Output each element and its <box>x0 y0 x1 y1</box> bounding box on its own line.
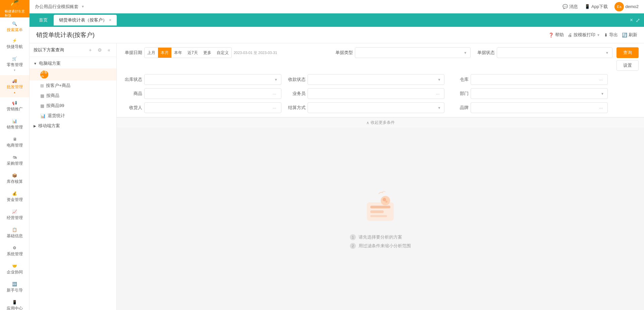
search-icon: 🔍 <box>12 21 17 26</box>
order-status-arrow: ▼ <box>605 51 609 55</box>
export-btn[interactable]: ⬇ 导出 <box>604 32 618 38</box>
sidebar-item-retail[interactable]: 🛒 零售管理 ▼ <box>0 53 29 75</box>
empty-tips: 1 请先选择要分析的方案 2 用过滤条件来缩小分析范围 <box>350 234 411 249</box>
sidebar-item-purchase[interactable]: 🛍 采购管理 <box>0 152 29 170</box>
settings-scheme-btn[interactable]: ⚙ <box>96 47 103 53</box>
main-area: 办公用品行业模拟账套 ▼ 💬 消息 📱 App下载 Ea demo2 首页 <box>30 0 644 310</box>
sidebar-item-system[interactable]: ⚙ 系统管理 <box>0 242 29 260</box>
active-dot: 按客户 <box>40 70 48 79</box>
tree-item-by-customer[interactable]: 按客户 <box>30 68 116 81</box>
message-btn[interactable]: 💬 消息 <box>562 4 578 10</box>
order-type-select[interactable]: ▼ <box>355 47 471 58</box>
print-btn[interactable]: 🖨 按模板打印 ▼ <box>568 32 600 38</box>
svg-rect-1 <box>370 206 390 208</box>
refresh-btn[interactable]: 🔄 刷新 <box>622 32 637 38</box>
tree-group-mobile-header[interactable]: ▶ 移动端方案 <box>30 121 116 131</box>
sidebar-item-operations[interactable]: 📈 经营管理 <box>0 206 29 224</box>
department-label: 部门 <box>448 91 469 97</box>
date-tab-this-year[interactable]: 本年 <box>171 47 185 58</box>
export-icon: ⬇ <box>604 33 608 38</box>
department-select[interactable]: ▼ <box>471 88 608 99</box>
tree-item-by-goods-99[interactable]: ▦ 按商品99 <box>30 101 116 111</box>
sidebar-item-label: 系统管理 <box>7 251 23 257</box>
sidebar-item-wholesale[interactable]: 🚚 批发管理 ▲ <box>0 75 29 97</box>
sidebar-item-inventory[interactable]: 📦 库存核算 <box>0 170 29 188</box>
tree-group-desktop-header[interactable]: ▼ 电脑端方案 <box>30 58 116 68</box>
retail-icon: 🛒 <box>12 56 17 61</box>
sidebar-item-sales[interactable]: 📊 销售管理 <box>0 115 29 134</box>
tab-active[interactable]: 销货单统计表（按客户） × <box>54 15 117 25</box>
receiver-select[interactable]: ··· <box>144 102 281 113</box>
window-close-btn[interactable]: × <box>630 17 633 23</box>
settlement-select[interactable]: ▼ <box>308 102 445 113</box>
collapse-label: 收起更多条件 <box>371 120 395 125</box>
expand-icon: ▲ <box>13 91 16 94</box>
topbar-right: 💬 消息 📱 App下载 Ea demo2 <box>562 2 639 11</box>
date-tab-7days[interactable]: 近7天 <box>185 47 201 58</box>
tabs-bar: 首页 销货单统计表（按客户） × × ⤢ <box>30 13 644 27</box>
user-menu[interactable]: Ea demo2 <box>614 2 639 11</box>
goods-select[interactable]: ··· <box>144 88 281 99</box>
app-download-btn[interactable]: 📱 App下载 <box>585 4 608 10</box>
window-maximize-btn[interactable]: ⤢ <box>636 17 640 23</box>
tree-group-desktop: ▼ 电脑端方案 按客户 ⊞ 按客户+商品 <box>30 58 116 121</box>
date-tab-custom[interactable]: 自定义 <box>214 47 231 58</box>
tree-item-by-goods[interactable]: ▦ 按商品 <box>30 91 116 101</box>
goods-dots[interactable]: ··· <box>271 91 278 96</box>
add-scheme-btn[interactable]: + <box>87 47 94 53</box>
brand-select[interactable]: ··· <box>471 102 608 113</box>
tab-home[interactable]: 首页 <box>34 15 53 25</box>
receiver-dots[interactable]: ··· <box>271 105 278 110</box>
sidebar: 🍊 畅捷通好生意 标版 🔍 搜索菜单 ⚡ 快捷导航 🛒 零售管理 ▼ 🚚 批发管… <box>0 0 30 310</box>
sidebar-item-marketing[interactable]: 📢 营销推广 <box>0 97 29 115</box>
department-arrow: ▼ <box>601 92 604 96</box>
payment-status-arrow: ▼ <box>437 78 441 82</box>
warehouse-dots[interactable]: ··· <box>598 77 604 82</box>
brand-dots[interactable]: ··· <box>598 105 604 110</box>
date-tab-last-month[interactable]: 上月 <box>145 47 158 58</box>
sidebar-item-label: 快捷导航 <box>7 44 23 50</box>
order-type-label: 单据类型 <box>333 50 353 56</box>
topbar-dropdown-icon[interactable]: ▼ <box>81 5 85 8</box>
page-title: 销货单统计表(按客户) <box>36 31 95 43</box>
sidebar-item-base-info[interactable]: 📋 基础信息 <box>0 224 29 242</box>
settlement-arrow: ▼ <box>437 106 441 110</box>
sidebar-item-enterprise[interactable]: 🤝 企业协同 <box>0 260 29 278</box>
tab-close-icon[interactable]: × <box>109 18 111 22</box>
salesperson-select[interactable]: ··· <box>308 88 445 99</box>
tree-item-customer-goods[interactable]: ⊞ 按客户+商品 <box>30 81 116 91</box>
left-panel-actions: + ⚙ « <box>87 47 112 53</box>
app-download-label: App下载 <box>591 4 608 10</box>
empty-tip-1: 1 请先选择要分析的方案 <box>350 234 411 240</box>
sidebar-item-quick-nav[interactable]: ⚡ 快捷导航 <box>0 35 29 53</box>
tree-item-return-stats[interactable]: 📊 退货统计 <box>30 111 116 121</box>
wholesale-icon: 🚚 <box>12 79 17 83</box>
collapse-bar[interactable]: ∧ 收起更多条件 <box>117 117 644 127</box>
order-status-select[interactable]: ▼ <box>497 47 612 58</box>
sidebar-search[interactable]: 🔍 搜索菜单 <box>0 17 29 35</box>
sidebar-item-finance[interactable]: 💰 资金管理 <box>0 188 29 206</box>
warehouse-label: 仓库 <box>448 76 469 83</box>
payment-status-select[interactable]: ▼ <box>308 74 445 85</box>
search-button[interactable]: 查询 <box>616 47 639 58</box>
date-tab-more[interactable]: 更多 <box>201 47 214 58</box>
out-status-select[interactable]: ▼ <box>144 74 281 85</box>
sidebar-item-label: 经营管理 <box>7 215 23 221</box>
purchase-icon: 🛍 <box>13 155 17 160</box>
warehouse-select[interactable]: ··· <box>471 74 608 85</box>
sidebar-item-app-center[interactable]: 📱 应用中心 <box>0 297 29 310</box>
salesperson-dots[interactable]: ··· <box>435 91 441 96</box>
out-status-label: 出库状态 <box>122 76 142 83</box>
user-name: demo2 <box>625 4 639 9</box>
empty-state: 1 请先选择要分析的方案 2 用过滤条件来缩小分析范围 <box>117 127 644 310</box>
sidebar-item-ecommerce[interactable]: 🖥 电商管理 <box>0 134 29 152</box>
date-tab-this-month[interactable]: 本月 <box>158 47 171 58</box>
settings-button[interactable]: 设置 <box>616 60 639 71</box>
sidebar-item-label: 营销推广 <box>7 106 23 112</box>
expand-icon: ▼ <box>13 69 16 72</box>
help-btn[interactable]: ❓ 帮助 <box>548 32 564 38</box>
goods-label: 商品 <box>122 91 142 97</box>
collapse-panel-btn[interactable]: « <box>106 47 112 53</box>
sidebar-item-new-guide[interactable]: 🆕 新手引导 <box>0 278 29 297</box>
sidebar-item-label: 零售管理 <box>7 62 23 68</box>
